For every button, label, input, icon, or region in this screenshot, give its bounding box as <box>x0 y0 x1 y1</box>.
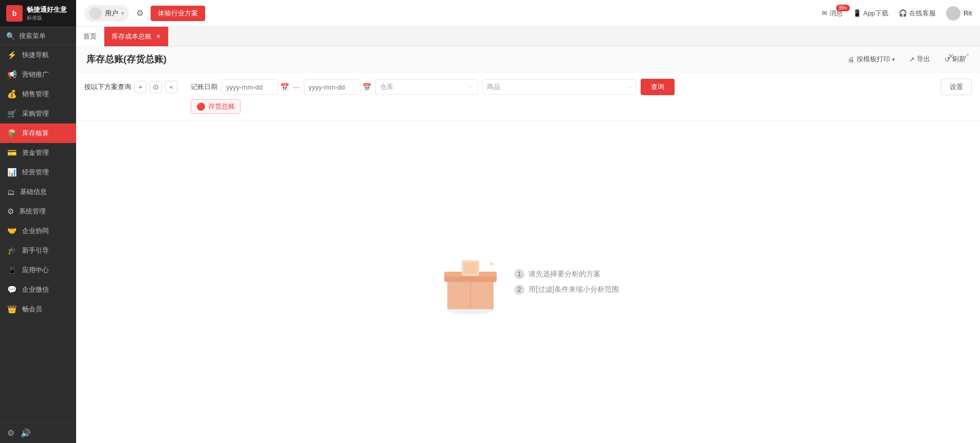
calendar-end-icon[interactable]: 📅 <box>362 83 371 91</box>
sidebar-icon-newbie: 🎓 <box>7 246 17 255</box>
panel-expand-button[interactable]: ⤢ <box>964 51 970 60</box>
search-label: 搜索菜单 <box>19 31 46 41</box>
sidebar-item-quick-nav[interactable]: ⚡快捷导航 <box>0 45 76 65</box>
sidebar-label-enterprise: 企业协同 <box>22 226 69 236</box>
warehouse-more-icon: ··· <box>468 83 474 91</box>
header-right-actions: ✉ 消息 99+ 📱 App下载 🎧 在线客服 Rit <box>822 6 972 21</box>
sidebar-item-operation[interactable]: 📊经营管理 <box>0 163 76 182</box>
search-icon: 🔍 <box>6 32 15 40</box>
calendar-start-icon[interactable]: 📅 <box>280 83 289 91</box>
svg-text:✦: ✦ <box>445 270 449 275</box>
sidebar-label-marketing: 营销推广 <box>22 70 69 79</box>
tab-close-icon[interactable]: ✕ <box>156 33 161 40</box>
date-label: 记账日期 <box>191 79 217 95</box>
user-display-name: Rit <box>964 9 972 17</box>
sidebar-item-wechat[interactable]: 💬企业微信 <box>0 280 76 299</box>
message-button[interactable]: ✉ 消息 99+ <box>822 9 843 18</box>
sidebar-icon-basic: 🗂 <box>7 188 15 197</box>
sidebar-item-marketing[interactable]: 📢营销推广 <box>0 65 76 84</box>
filter-label: 按以下方案查询 <box>84 79 131 95</box>
app-download-button[interactable]: 📱 App下载 <box>853 9 888 18</box>
user-avatar-right <box>946 6 960 21</box>
sidebar-label-inventory: 库存核算 <box>22 129 69 138</box>
top-header: 用户 ▾ ⚙ 体验行业方案 ✉ 消息 99+ 📱 App下载 🎧 在线客服 Ri… <box>76 0 980 27</box>
sidebar-icon-finance: 💳 <box>7 148 17 157</box>
sidebar-label-system: 系统管理 <box>19 207 69 216</box>
sidebar-icon-marketing: 📢 <box>7 70 17 79</box>
sidebar-item-system[interactable]: ⚙系统管理 <box>0 202 76 221</box>
page-title: 库存总账(存货总账) <box>86 53 167 65</box>
tab-inventory-cost[interactable]: 库存成本总账 ✕ <box>104 27 169 46</box>
user-avatar <box>89 7 102 20</box>
filter-collapse-button[interactable]: « <box>165 81 177 93</box>
sidebar-label-basic: 基础信息 <box>20 187 69 197</box>
user-name-label: 用户 <box>105 9 118 18</box>
sidebar-label-wechat: 企业微信 <box>22 285 69 294</box>
sidebar-icon-inventory: 📦 <box>7 129 17 138</box>
phone-icon: 📱 <box>853 9 861 17</box>
user-profile-button[interactable]: Rit <box>946 6 972 21</box>
date-end-group: 📅 <box>304 79 371 95</box>
sidebar-icon-member: 👑 <box>7 305 17 314</box>
sidebar-label-appstore: 应用中心 <box>22 265 69 275</box>
headset-icon: 🎧 <box>899 9 907 17</box>
message-badge: 99+ <box>836 5 850 11</box>
svg-rect-6 <box>464 262 477 274</box>
date-end-input[interactable] <box>304 79 360 95</box>
sidebar-item-appstore[interactable]: 📱应用中心 <box>0 260 76 280</box>
sidebar-label-newbie: 新手引导 <box>22 246 69 255</box>
settings-button[interactable]: 设置 <box>941 79 972 95</box>
settings-footer-icon[interactable]: ⚙ <box>7 428 14 438</box>
user-chevron-icon: ▾ <box>121 10 124 16</box>
logo-text: 畅捷通好生意 标准版 <box>27 6 67 21</box>
filter-row-main: 记账日期 📅 — 📅 仓库 ··· <box>191 79 931 95</box>
sidebar-label-purchase: 采购管理 <box>22 109 69 118</box>
sidebar-label-operation: 经营管理 <box>22 168 69 177</box>
sound-footer-icon[interactable]: 🔊 <box>21 428 31 438</box>
empty-hint-2: 2 用[过滤]条件来缩小分析范围 <box>514 285 619 295</box>
print-template-button[interactable]: 🖨 按模板打印 ▾ <box>844 52 899 66</box>
sidebar-icon-system: ⚙ <box>7 207 14 216</box>
product-label: 商品 <box>487 82 627 92</box>
sidebar-label-finance: 资金管理 <box>22 148 69 157</box>
sidebar-icon-wechat: 💬 <box>7 285 17 294</box>
date-start-input[interactable] <box>222 79 278 95</box>
svg-text:✦: ✦ <box>488 260 495 268</box>
warehouse-selector[interactable]: 仓库 ··· <box>375 79 478 95</box>
sidebar-item-sales[interactable]: 💰销售管理 <box>0 84 76 104</box>
sidebar-logo: b 畅捷通好生意 标准版 <box>0 0 76 27</box>
filter-add-button[interactable]: + <box>134 81 147 93</box>
filter-area: 按以下方案查询 + ⊙ « 记账日期 📅 — <box>76 73 980 120</box>
sidebar-item-enterprise[interactable]: 🤝企业协同 <box>0 221 76 241</box>
date-start-group: 📅 <box>222 79 289 95</box>
product-more-icon: ··· <box>627 83 632 91</box>
export-button[interactable]: ↗ 导出 <box>905 52 934 66</box>
user-selector[interactable]: 用户 ▾ <box>84 5 129 22</box>
empty-hint-text: 1 请先选择要分析的方案 2 用[过滤]条件来缩小分析范围 <box>514 269 619 295</box>
panel-close-button[interactable]: ✕ <box>948 51 954 61</box>
sidebar-item-newbie[interactable]: 🎓新手引导 <box>0 241 76 260</box>
sidebar-label-member: 畅会员 <box>22 305 69 314</box>
sidebar-label-sales: 销售管理 <box>22 90 69 99</box>
sidebar-item-member[interactable]: 👑畅会员 <box>0 299 76 319</box>
product-selector[interactable]: 商品 ··· <box>482 79 637 95</box>
sidebar-item-finance[interactable]: 💳资金管理 <box>0 143 76 163</box>
online-service-button[interactable]: 🎧 在线客服 <box>899 9 936 18</box>
print-icon: 🖨 <box>848 56 855 63</box>
scheme-item-inventory[interactable]: 🔴 存货总账 <box>191 99 241 114</box>
sidebar-icon-sales: 💰 <box>7 90 17 99</box>
header-settings-button[interactable]: ⚙ <box>134 6 146 20</box>
sidebar-item-basic[interactable]: 🗂基础信息 <box>0 182 76 202</box>
sidebar-label-quick-nav: 快捷导航 <box>22 50 69 60</box>
sidebar-icon-purchase: 🛒 <box>7 109 17 118</box>
tab-home[interactable]: 首页 <box>76 27 104 46</box>
filter-config-button[interactable]: ⊙ <box>150 81 162 93</box>
sidebar-footer: ⚙ 🔊 <box>0 422 76 443</box>
query-button[interactable]: 查询 <box>641 79 675 95</box>
print-dropdown-icon: ▾ <box>892 57 895 62</box>
trial-button[interactable]: 体验行业方案 <box>151 6 205 21</box>
scheme-name: 存货总账 <box>208 102 235 111</box>
sidebar-search-item[interactable]: 🔍 搜索菜单 <box>0 27 76 45</box>
sidebar-item-inventory[interactable]: 📦库存核算 <box>0 123 76 143</box>
sidebar-item-purchase[interactable]: 🛒采购管理 <box>0 104 76 123</box>
